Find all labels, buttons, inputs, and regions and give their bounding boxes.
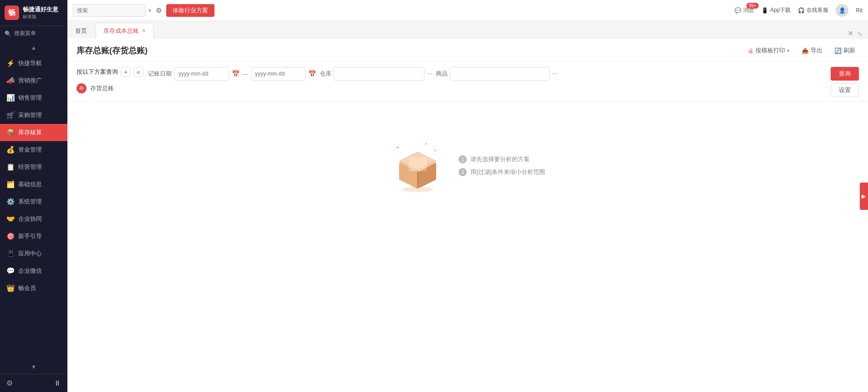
sidebar-item-purchase[interactable]: 🛒 采购管理 [0, 107, 67, 124]
system-nav-label: 系统管理 [18, 198, 42, 206]
sidebar-item-finance[interactable]: 💰 资金管理 [0, 141, 67, 158]
filter-collapse-btn[interactable]: « [133, 67, 143, 77]
finance-nav-label: 资金管理 [18, 146, 42, 154]
topbar-gear-icon[interactable]: ⚙ [154, 5, 163, 16]
sidebar-item-marketing[interactable]: 📣 营销推广 [0, 72, 67, 89]
marketing-nav-icon: 📣 [6, 76, 15, 85]
page-header: 库存总账(存货总账) 🖨 按模板打印 ▾ 📤 导出 🔄 刷新 [67, 38, 868, 61]
search-icon: 🔍 [5, 31, 11, 37]
sidebar-item-cooperation[interactable]: 🤝 企业协同 [0, 210, 67, 228]
warehouse-label: 仓库 [320, 70, 332, 78]
sidebar-scroll-up: ▲ [0, 41, 67, 55]
export-btn[interactable]: 📤 导出 [798, 45, 826, 56]
sidebar-item-system[interactable]: ⚙️ 系统管理 [0, 193, 67, 210]
page-actions: 🖨 按模板打印 ▾ 📤 导出 🔄 刷新 [744, 45, 859, 56]
sidebar-item-members[interactable]: 👑 畅会员 [0, 280, 67, 297]
sidebar-item-apps[interactable]: 📱 应用中心 [0, 245, 67, 262]
sidebar-item-guide[interactable]: 🎯 新手引导 [0, 228, 67, 245]
tab-home[interactable]: 首页 [67, 23, 95, 38]
basic-info-nav-label: 基础信息 [18, 180, 42, 188]
warehouse-input[interactable] [333, 67, 424, 81]
sidebar-nav: ⚡ 快捷导航 📣 营销推广 📊 销售管理 🛒 采购管理 📦 库存核算 💰 资金管… [0, 55, 67, 360]
sidebar-item-quick-nav[interactable]: ⚡ 快捷导航 [0, 55, 67, 72]
empty-tips: 1 请先选择要分析的方案 2 用[过滤]条件来缩小分析范围 [459, 155, 545, 176]
purchase-nav-label: 采购管理 [18, 111, 42, 119]
scheme-item[interactable]: 存 存货总账 [77, 81, 143, 96]
tab-close-icon[interactable]: ✕ [142, 28, 146, 33]
empty-tip-1: 1 请先选择要分析的方案 [459, 155, 545, 163]
tab-inventory-ledger[interactable]: 库存成本总账 ✕ [96, 23, 153, 38]
topbar-username[interactable]: Rit [856, 7, 863, 14]
filter-add-btn[interactable]: + [121, 67, 131, 77]
empty-illustration: ✦ ✦ ✦ 1 请先选择要分析的方案 2 用[过滤]条件来缩小分析范围 [390, 138, 545, 193]
sidebar-item-operations[interactable]: 📋 经营管理 [0, 158, 67, 176]
topbar: ▾ ⚙ 体验行业方案 💬 消息 99+ 📱 App下载 🎧 在线客服 👤 Rit [67, 0, 868, 21]
svg-rect-5 [408, 158, 427, 171]
topbar-app-download[interactable]: 📱 App下载 [761, 6, 791, 14]
industry-btn[interactable]: 体验行业方案 [166, 4, 214, 17]
filter-left: 按以下方案查询 + « 存 存货总账 [77, 67, 143, 96]
inventory-nav-label: 库存核算 [18, 128, 42, 137]
refresh-btn[interactable]: 🔄 刷新 [831, 45, 859, 56]
tip2-num: 2 [459, 168, 467, 176]
page-title: 库存总账(存货总账) [77, 45, 148, 56]
sales-nav-icon: 📊 [6, 94, 15, 102]
members-nav-label: 畅会员 [18, 284, 36, 292]
sidebar: 畅 畅捷通好生意 标准版 🔍 搜索菜单 ▲ ⚡ 快捷导航 📣 营销推广 📊 销售… [0, 0, 67, 392]
settings-btn[interactable]: 设置 [831, 83, 859, 97]
sidebar-item-inventory[interactable]: 📦 库存核算 [0, 124, 67, 141]
cooperation-nav-icon: 🤝 [6, 215, 15, 223]
quick-nav-nav-label: 快捷导航 [18, 59, 42, 67]
goods-input[interactable] [449, 67, 550, 81]
guide-nav-icon: 🎯 [6, 232, 15, 240]
calendar-end-icon[interactable]: 📅 [308, 70, 316, 77]
search-label: 搜索菜单 [14, 30, 36, 37]
main-content: ▾ ⚙ 体验行业方案 💬 消息 99+ 📱 App下载 🎧 在线客服 👤 Rit [67, 0, 868, 392]
date-end-input[interactable] [251, 67, 306, 81]
tab-close-panel-icon[interactable]: ✕ [848, 29, 853, 38]
tab-inventory-ledger-label: 库存成本总账 [103, 27, 139, 35]
warehouse-more-icon[interactable]: ··· [426, 70, 432, 78]
settings-icon[interactable]: ⚙ [6, 379, 13, 387]
purchase-nav-icon: 🛒 [6, 111, 15, 119]
query-btn[interactable]: 查询 [831, 67, 859, 81]
sidebar-search[interactable]: 🔍 搜索菜单 [0, 26, 67, 41]
empty-box-svg: ✦ ✦ ✦ [390, 138, 445, 193]
refresh-label: 刷新 [843, 46, 855, 55]
topbar-avatar[interactable]: 👤 [836, 4, 848, 17]
print-label: 按模板打印 [756, 46, 785, 55]
sidebar-item-basic-info[interactable]: 🗂️ 基础信息 [0, 176, 67, 193]
sidebar-logo: 畅 畅捷通好生意 标准版 [0, 0, 67, 26]
apps-nav-icon: 📱 [6, 249, 15, 258]
print-btn[interactable]: 🖨 按模板打印 ▾ [744, 45, 793, 56]
warehouse-field: 仓库 ··· [320, 67, 432, 81]
right-panel-toggle: ▶ [860, 183, 868, 210]
tabs-bar: 首页 库存成本总账 ✕ ✕ ⤡ [67, 21, 868, 38]
date-label: 记账日期 [148, 70, 172, 78]
query-settings-area: 查询 设置 [831, 67, 859, 97]
sidebar-item-sales[interactable]: 📊 销售管理 [0, 89, 67, 107]
print-chevron-icon[interactable]: ▾ [787, 48, 790, 54]
message-badge: 99+ [746, 3, 759, 9]
goods-more-icon[interactable]: ··· [551, 70, 557, 78]
topbar-search-input[interactable] [73, 4, 146, 17]
svg-text:✦: ✦ [424, 142, 428, 146]
scroll-up-arrow[interactable]: ▲ [29, 43, 38, 53]
sidebar-scroll-down: ▼ [0, 360, 67, 374]
sidebar-item-wechat[interactable]: 💬 企业微信 [0, 262, 67, 280]
date-separator: — [242, 71, 248, 77]
scheme-name: 存货总账 [90, 84, 114, 92]
right-panel-btn[interactable]: ▶ [860, 183, 868, 210]
scheme-icon-text: 存 [79, 85, 84, 92]
scroll-down-arrow[interactable]: ▼ [29, 362, 38, 372]
system-nav-icon: ⚙️ [6, 198, 15, 206]
topbar-online-service[interactable]: 🎧 在线客服 [798, 6, 828, 14]
tab-resize-icon[interactable]: ⤡ [857, 30, 863, 37]
collapse-icon[interactable]: ⏸ [54, 379, 61, 387]
topbar-chevron-icon[interactable]: ▾ [148, 7, 151, 14]
tip1-text: 请先选择要分析的方案 [470, 155, 530, 163]
date-start-input[interactable] [174, 67, 229, 81]
service-label: 在线客服 [807, 6, 828, 14]
calendar-start-icon[interactable]: 📅 [232, 70, 240, 77]
topbar-message[interactable]: 💬 消息 99+ [735, 6, 754, 14]
